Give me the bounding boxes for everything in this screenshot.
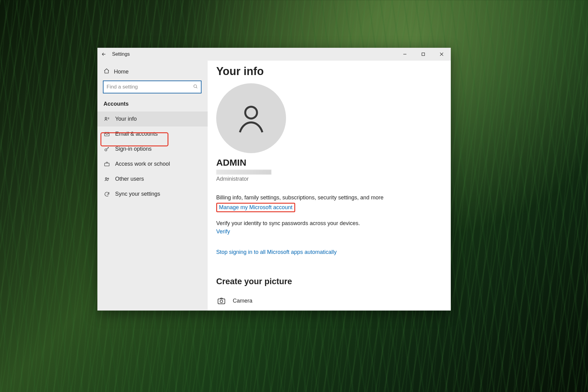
window-controls bbox=[396, 48, 451, 61]
minimize-button[interactable] bbox=[396, 48, 414, 61]
content-pane: Your info ADMIN Administrator Billing in… bbox=[208, 61, 451, 311]
key-icon bbox=[104, 146, 110, 152]
account-username: ADMIN bbox=[216, 157, 451, 168]
sidebar-home-label: Home bbox=[114, 69, 129, 75]
search-icon bbox=[193, 84, 198, 90]
verify-description: Verify your identity to sync passwords a… bbox=[216, 220, 451, 227]
svg-point-12 bbox=[105, 178, 107, 179]
people-icon bbox=[104, 176, 110, 182]
sidebar-item-label: Access work or school bbox=[115, 161, 170, 167]
sidebar-item-label: Sign-in options bbox=[115, 146, 152, 152]
sidebar-item-sync-settings[interactable]: Sync your settings bbox=[97, 187, 208, 202]
annotation-highlight-manage-link: Manage my Microsoft account bbox=[216, 203, 295, 212]
camera-icon bbox=[216, 296, 227, 305]
svg-rect-9 bbox=[105, 132, 109, 136]
sidebar-item-label: Email & accounts bbox=[115, 131, 158, 137]
sidebar-item-label: Other users bbox=[115, 176, 144, 182]
svg-point-6 bbox=[105, 117, 107, 119]
mail-icon bbox=[104, 131, 110, 137]
svg-rect-11 bbox=[105, 163, 109, 166]
page-title: Your info bbox=[216, 65, 451, 78]
titlebar: Settings bbox=[97, 48, 451, 61]
svg-point-13 bbox=[107, 178, 109, 179]
account-role: Administrator bbox=[216, 176, 451, 182]
manage-account-link[interactable]: Manage my Microsoft account bbox=[219, 204, 292, 211]
svg-line-5 bbox=[196, 87, 197, 88]
sidebar-item-label: Sync your settings bbox=[115, 191, 160, 197]
svg-rect-1 bbox=[422, 53, 425, 56]
home-icon bbox=[104, 68, 110, 76]
person-card-icon bbox=[104, 116, 110, 122]
create-picture-heading: Create your picture bbox=[216, 277, 451, 286]
sidebar-nav: Your info Email & accounts Sign-in optio… bbox=[97, 111, 208, 202]
maximize-button[interactable] bbox=[414, 48, 432, 61]
sidebar: Home Accounts Your info bbox=[97, 61, 208, 311]
sidebar-home[interactable]: Home bbox=[97, 65, 208, 79]
browse-option[interactable]: Browse for one bbox=[216, 308, 451, 311]
svg-point-14 bbox=[245, 107, 257, 119]
camera-option[interactable]: Camera bbox=[216, 293, 451, 308]
svg-point-4 bbox=[194, 85, 197, 88]
sidebar-item-other-users[interactable]: Other users bbox=[97, 172, 208, 187]
sidebar-item-signin-options[interactable]: Sign-in options bbox=[97, 141, 208, 156]
briefcase-icon bbox=[104, 161, 110, 167]
sidebar-item-access-work-school[interactable]: Access work or school bbox=[97, 156, 208, 172]
svg-point-16 bbox=[220, 300, 223, 303]
camera-option-label: Camera bbox=[233, 298, 252, 304]
stop-signing-link[interactable]: Stop signing in to all Microsoft apps au… bbox=[216, 249, 337, 255]
sidebar-item-email-accounts[interactable]: Email & accounts bbox=[97, 126, 208, 141]
account-email-redacted bbox=[216, 170, 271, 175]
sidebar-category: Accounts bbox=[97, 98, 208, 111]
sidebar-item-your-info[interactable]: Your info bbox=[97, 111, 208, 126]
sidebar-item-label: Your info bbox=[115, 116, 137, 122]
close-button[interactable] bbox=[432, 48, 451, 61]
person-icon bbox=[234, 101, 268, 135]
svg-rect-15 bbox=[218, 299, 225, 304]
search-box[interactable] bbox=[103, 81, 202, 93]
sync-icon bbox=[104, 191, 110, 197]
verify-link[interactable]: Verify bbox=[216, 228, 230, 235]
settings-window: Settings Home bbox=[97, 48, 451, 311]
billing-description: Billing info, family settings, subscript… bbox=[216, 194, 451, 201]
window-title: Settings bbox=[112, 51, 130, 57]
search-input[interactable] bbox=[107, 84, 193, 90]
back-button[interactable] bbox=[97, 48, 110, 61]
user-avatar bbox=[216, 83, 286, 153]
svg-point-10 bbox=[105, 149, 107, 151]
